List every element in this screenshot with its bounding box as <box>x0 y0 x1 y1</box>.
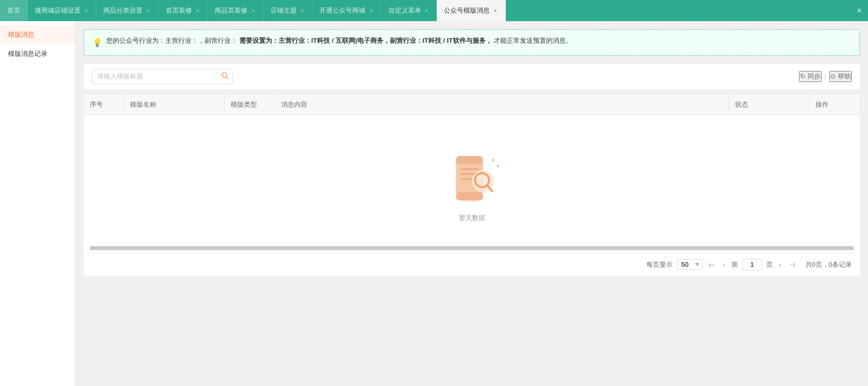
tab-home-decor-label: 首页装修 <box>166 6 192 15</box>
page-number-input[interactable] <box>742 259 762 271</box>
top-nav: 首页 微商城店铺设置 × 商品分类设置 × 首页装修 × 商品页装修 × 店铺主… <box>0 0 868 21</box>
page-label-suffix: 页 <box>766 260 773 269</box>
sidebar: 模版消息 模版消息记录 <box>0 21 76 386</box>
main-layout: 模版消息 模版消息记录 💡 您的公众号行业为：主营行业：，副营行业： 需要设置为… <box>0 21 868 386</box>
tab-home-label: 首页 <box>7 6 20 15</box>
tab-open-mall[interactable]: 开通公众号商城 × <box>312 0 381 21</box>
empty-illustration <box>442 145 502 205</box>
tab-template-msg-close[interactable]: × <box>493 7 498 15</box>
total-label: 共0页，0条记录 <box>806 260 852 269</box>
tab-product-decor-label: 商品页装修 <box>215 6 247 15</box>
first-page-button[interactable]: ⊢ <box>707 260 717 269</box>
search-input[interactable] <box>92 69 233 84</box>
tab-home-decor-close[interactable]: × <box>195 7 200 15</box>
empty-text: 暂无数据 <box>459 213 485 222</box>
next-page-button[interactable]: › <box>777 260 783 269</box>
page-size-select[interactable]: 50 10 20 100 <box>677 259 703 270</box>
help-icon: ⊙ <box>830 72 836 80</box>
th-seq: 序号 <box>84 95 124 114</box>
tab-custom-menu-close[interactable]: × <box>424 7 429 15</box>
th-action: 操作 <box>810 95 860 114</box>
tab-open-mall-label: 开通公众号商城 <box>319 6 365 15</box>
help-label: 帮助 <box>838 72 851 81</box>
svg-point-15 <box>497 165 499 167</box>
page-label-prefix: 第 <box>731 260 738 269</box>
search-icon <box>222 72 229 79</box>
sync-button[interactable]: ↻ 同步 <box>799 71 822 82</box>
notice-box: 💡 您的公众号行业为：主营行业：，副营行业： 需要设置为：主营行业：IT科技 /… <box>84 29 860 56</box>
svg-line-1 <box>226 76 228 79</box>
tab-home-decor[interactable]: 首页装修 × <box>159 0 208 21</box>
search-actions: ↻ 同步 | ⊙ 帮助 <box>799 71 852 82</box>
tab-template-msg[interactable]: 公众号模版消息 × <box>437 0 505 21</box>
pagination: 每页显示 50 10 20 100 ⊢ ‹ 第 页 › ⊣ 共0页，0条记录 <box>84 253 860 276</box>
search-input-wrapper <box>92 69 233 84</box>
sidebar-item-template-msg[interactable]: 模版消息 <box>0 25 75 44</box>
global-close-button[interactable]: × <box>856 6 862 16</box>
sync-label: 同步 <box>808 72 821 81</box>
data-table: 序号 模版名称 模版类型 消息内容 状态 操作 <box>84 95 860 276</box>
svg-rect-4 <box>456 156 483 164</box>
search-button[interactable] <box>222 72 229 81</box>
tab-category-settings-label: 商品分类设置 <box>103 6 143 15</box>
search-bar: ↻ 同步 | ⊙ 帮助 <box>84 64 860 89</box>
sidebar-item-template-msg-log[interactable]: 模版消息记录 <box>0 44 75 63</box>
tab-store-settings-close[interactable]: × <box>84 7 89 15</box>
tab-category-settings-close[interactable]: × <box>146 7 151 15</box>
last-page-button[interactable]: ⊣ <box>787 260 797 269</box>
tab-template-msg-label: 公众号模版消息 <box>444 6 490 15</box>
actions-divider: | <box>825 72 826 80</box>
sidebar-item-template-msg-label: 模版消息 <box>8 31 34 38</box>
tab-store-settings[interactable]: 微商城店铺设置 × <box>28 0 96 21</box>
th-name: 模版名称 <box>124 95 225 114</box>
tab-store-theme-label: 店铺主题 <box>271 6 297 15</box>
prev-page-button[interactable]: ‹ <box>721 260 727 269</box>
tab-product-decor[interactable]: 商品页装修 × <box>208 0 263 21</box>
tab-store-theme[interactable]: 店铺主题 × <box>263 0 312 21</box>
empty-state: 暂无数据 <box>84 115 860 243</box>
notice-highlight: 需要设置为：主营行业：IT科技 / 互联网|电子商务，副营行业：IT科技 / I… <box>239 37 492 44</box>
notice-suffix: 才能正常发送预置的消息。 <box>494 37 572 44</box>
tab-open-mall-close[interactable]: × <box>368 7 373 15</box>
svg-rect-5 <box>456 192 483 200</box>
notice-prefix: 您的公众号行业为：主营行业：，副营行业： <box>106 37 237 44</box>
tab-home[interactable]: 首页 <box>0 0 28 21</box>
tab-store-theme-close[interactable]: × <box>300 7 305 15</box>
svg-point-12 <box>477 175 481 179</box>
tab-category-settings[interactable]: 商品分类设置 × <box>96 0 158 21</box>
tab-product-decor-close[interactable]: × <box>250 7 255 15</box>
th-type: 模版类型 <box>225 95 275 114</box>
th-content: 消息内容 <box>275 95 729 114</box>
notice-text: 您的公众号行业为：主营行业：，副营行业： 需要设置为：主营行业：IT科技 / 互… <box>106 36 572 46</box>
help-button[interactable]: ⊙ 帮助 <box>829 71 852 82</box>
scrollbar-thumb[interactable] <box>90 246 854 250</box>
scrollbar-row <box>84 243 860 253</box>
content-area: 💡 您的公众号行业为：主营行业：，副营行业： 需要设置为：主营行业：IT科技 /… <box>76 21 868 386</box>
table-header: 序号 模版名称 模版类型 消息内容 状态 操作 <box>84 95 860 115</box>
tab-custom-menu-label: 自定义菜单 <box>388 6 421 15</box>
notice-icon: 💡 <box>92 36 102 49</box>
tab-custom-menu[interactable]: 自定义菜单 × <box>381 0 437 21</box>
sidebar-item-template-msg-log-label: 模版消息记录 <box>8 50 47 57</box>
th-status: 状态 <box>729 95 810 114</box>
page-size-label: 每页显示 <box>646 260 673 269</box>
sync-icon: ↻ <box>800 72 806 80</box>
scrollbar-track[interactable] <box>90 246 854 250</box>
tab-store-settings-label: 微商城店铺设置 <box>35 6 81 15</box>
